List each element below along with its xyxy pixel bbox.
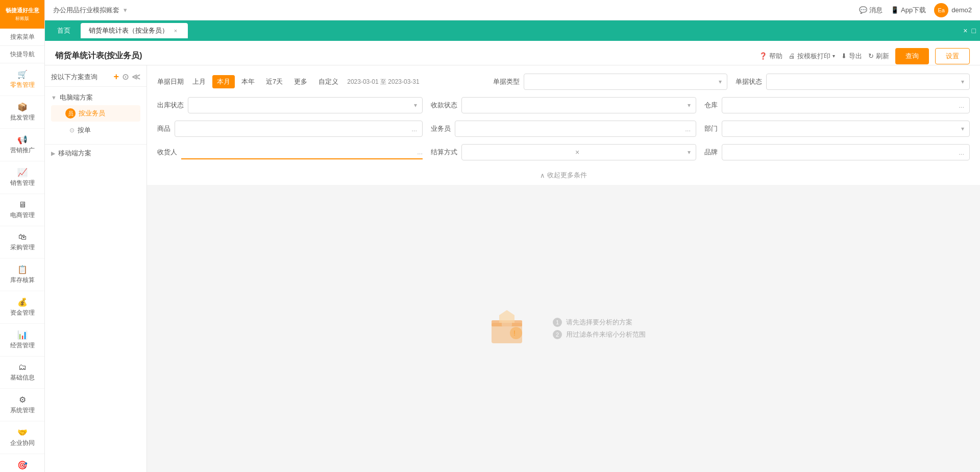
basic-icon: 🗂	[18, 363, 27, 372]
page-title: 销货单统计表(按业务员)	[55, 51, 142, 61]
marketing-icon: 📢	[17, 135, 28, 145]
tab-close-icon[interactable]: ×	[172, 27, 180, 35]
avatar-text: Ea	[938, 7, 945, 13]
sidebar-search-item[interactable]: 搜索菜单	[0, 29, 44, 46]
date-btn-last-month[interactable]: 上月	[188, 75, 210, 88]
salesman-label: 业务员	[431, 124, 451, 133]
setting-button[interactable]: 设置	[935, 48, 970, 64]
scheme-item-by-order[interactable]: ⊙ 按单	[51, 123, 140, 138]
expand-window-icon[interactable]: □	[972, 27, 976, 35]
tab-home-label: 首页	[57, 26, 70, 35]
goods-more-icon[interactable]: ...	[411, 125, 417, 133]
out-status-select[interactable]: ▾	[188, 97, 423, 113]
dept-group: 部门 ▾	[704, 121, 970, 137]
help-button[interactable]: ❓ 帮助	[759, 52, 782, 61]
warehouse-select[interactable]: ...	[722, 97, 970, 113]
salesman-more-icon[interactable]: ...	[685, 125, 691, 133]
empty-tip-1: 1 请先选择要分析的方案	[553, 318, 646, 327]
sidebar-item-finance[interactable]: 💰 资金管理	[0, 291, 44, 324]
payment-clear-icon[interactable]: ×	[575, 148, 579, 156]
sidebar-item-inventory-label: 库存核算	[10, 276, 35, 285]
tab-sales-stats[interactable]: 销货单统计表（按业务员） ×	[81, 23, 188, 38]
doc-status-group: 单据状态 ▾	[736, 74, 970, 90]
svg-text:!: !	[513, 329, 516, 337]
collapse-chevron-icon: ∧	[540, 172, 545, 179]
export-button[interactable]: ⬇ 导出	[841, 52, 862, 61]
edit-scheme-button[interactable]: ⊙	[122, 72, 129, 82]
add-scheme-button[interactable]: +	[113, 72, 119, 82]
wholesale-icon: 📦	[17, 102, 28, 112]
app-download-button[interactable]: 📱 App下载	[891, 6, 926, 15]
sidebar-item-basic[interactable]: 🗂 基础信息	[0, 357, 44, 389]
sidebar-item-operations[interactable]: 📊 经营管理	[0, 324, 44, 357]
page-header: 销货单统计表(按业务员) ❓ 帮助 🖨 按模板打印 ▾ ⬇ 导出 ↻ 刷新	[45, 41, 980, 65]
dept-select[interactable]: ▾	[722, 121, 970, 137]
mobile-scheme-group[interactable]: ▶ 移动端方案	[45, 147, 146, 160]
date-btn-more[interactable]: 更多	[289, 75, 312, 88]
avatar: Ea	[934, 3, 948, 17]
date-btn-this-month[interactable]: 本月	[212, 75, 235, 88]
salesman-select[interactable]: ...	[455, 121, 696, 137]
breadcrumb-dropdown-icon[interactable]: ▾	[124, 6, 127, 14]
order-scheme-icon: ⊙	[69, 127, 75, 134]
sidebar-quick-nav[interactable]: 快捷导航	[0, 46, 44, 63]
brand-more-icon[interactable]: ...	[959, 149, 964, 156]
sidebar-item-wholesale[interactable]: 📦 批发管理	[0, 96, 44, 129]
warehouse-label: 仓库	[704, 101, 718, 110]
goods-select[interactable]: ...	[175, 121, 423, 137]
sidebar-item-purchase[interactable]: 🛍 采购管理	[0, 226, 44, 258]
doc-type-select[interactable]: ▾	[524, 74, 727, 90]
message-icon: 💬	[859, 6, 867, 14]
doc-status-select[interactable]: ▾	[766, 74, 970, 90]
collapse-panel-button[interactable]: ≪	[132, 72, 140, 82]
export-label: 导出	[849, 52, 862, 61]
consignee-group: 收货人 ...	[157, 146, 423, 159]
consignee-label: 收货人	[157, 148, 177, 157]
sidebar-item-enterprise[interactable]: 🤝 企业协同	[0, 421, 44, 454]
message-button[interactable]: 💬 消息	[859, 6, 883, 15]
date-btn-this-year[interactable]: 本年	[237, 75, 259, 88]
scheme-item-by-salesman[interactable]: 员 按业务员	[51, 105, 140, 122]
receipt-status-select[interactable]: ▾	[461, 97, 696, 113]
date-btn-7days[interactable]: 近7天	[261, 75, 287, 88]
help-icon: ❓	[759, 52, 767, 60]
page-header-actions: ❓ 帮助 🖨 按模板打印 ▾ ⬇ 导出 ↻ 刷新 查询 设置	[759, 48, 970, 64]
goods-group: 商品 ...	[157, 121, 423, 137]
sidebar-item-sales[interactable]: 📈 销售管理	[0, 161, 44, 194]
collapse-button[interactable]: ∧ 收起更多条件	[537, 168, 590, 183]
retail-icon: 🛒	[17, 69, 28, 79]
desktop-scheme-title[interactable]: ▼ 电脑端方案	[51, 91, 140, 104]
sidebar-item-system[interactable]: ⚙ 系统管理	[0, 389, 44, 421]
enterprise-icon: 🤝	[17, 428, 28, 437]
close-window-icon[interactable]: ×	[963, 27, 967, 35]
sidebar-item-inventory[interactable]: 📋 库存核算	[0, 258, 44, 291]
left-panel-actions: + ⊙ ≪	[113, 72, 140, 82]
sidebar-item-finance-label: 资金管理	[10, 309, 35, 317]
sidebar-logo-text: 畅捷通好生意	[6, 7, 39, 14]
refresh-button[interactable]: ↻ 刷新	[868, 52, 889, 61]
sidebar-item-retail[interactable]: 🛒 零售管理	[0, 63, 44, 96]
consignee-input[interactable]	[181, 148, 417, 156]
dept-arrow: ▾	[961, 125, 964, 132]
sidebar-item-newbie[interactable]: 🎯 新手引导	[0, 454, 44, 472]
payment-select[interactable]: × ▾	[461, 144, 696, 160]
sidebar-item-ecommerce[interactable]: 🖥 电商管理	[0, 194, 44, 226]
warehouse-more-icon[interactable]: ...	[959, 102, 964, 109]
tip2-num: 2	[553, 330, 562, 339]
print-button[interactable]: 🖨 按模板打印 ▾	[789, 52, 835, 61]
sidebar-search-label: 搜索菜单	[10, 33, 35, 41]
query-button[interactable]: 查询	[895, 48, 929, 64]
left-panel-header: 按以下方案查询 + ⊙ ≪	[45, 72, 146, 87]
sidebar-item-marketing[interactable]: 📢 营销推广	[0, 129, 44, 161]
brand-select[interactable]: ...	[722, 144, 970, 160]
inventory-icon: 📋	[17, 265, 28, 274]
date-btn-custom[interactable]: 自定义	[314, 75, 343, 88]
tip1-text: 请先选择要分析的方案	[566, 318, 632, 327]
collapse-label: 收起更多条件	[547, 171, 587, 180]
payment-label: 结算方式	[431, 148, 457, 157]
tab-home[interactable]: 首页	[49, 23, 79, 38]
user-profile-button[interactable]: Ea demo2	[934, 3, 972, 17]
newbie-icon: 🎯	[17, 460, 28, 470]
consignee-more-icon[interactable]: ...	[417, 148, 423, 156]
doc-status-arrow: ▾	[961, 78, 964, 85]
